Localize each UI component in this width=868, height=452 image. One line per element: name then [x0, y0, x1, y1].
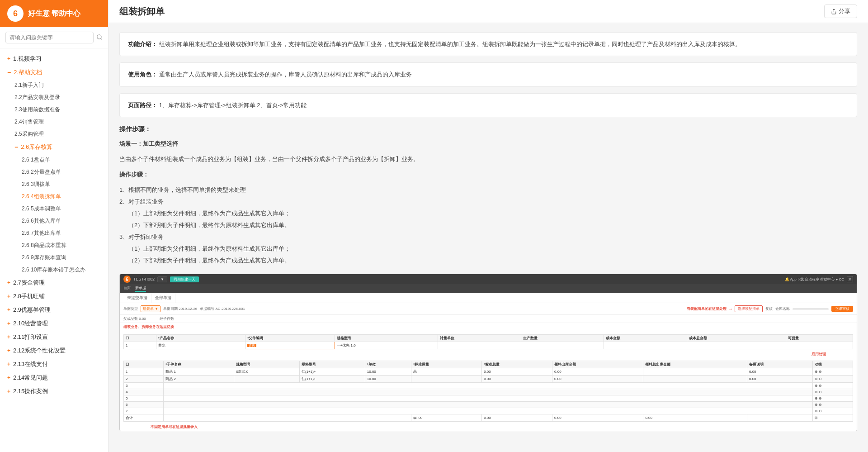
ltd6-empty [164, 402, 812, 408]
ltd-reqq: 品 [411, 368, 482, 376]
th-cost: 成本金额 [604, 335, 687, 342]
lower-row-4: 4 ⊕ ⊖ [124, 389, 853, 395]
sidebar-item-262[interactable]: 2.6.2分量盘点单 [0, 166, 108, 178]
collapse-icon-inventory: − [14, 143, 18, 151]
search-input[interactable] [5, 32, 94, 43]
sidebar-header: 6 好生意 帮助中心 [0, 0, 108, 27]
sidebar-item-finance[interactable]: + 2.7资金管理 [0, 276, 108, 290]
sidebar-item-inventory[interactable]: − 2.6库存核算 [0, 140, 108, 154]
expand-icon-mobile: + [7, 293, 10, 300]
ltd-cost: 0.00 [552, 368, 643, 376]
sidebar-item-label: 2.11打印设置 [13, 333, 48, 341]
main-panel: 组装拆卸单 分享 功能介绍： 组装拆卸单用来处理企业组装或拆卸等加工业务，支持有… [108, 0, 868, 452]
td-unit [438, 342, 521, 349]
sidebar-item-payment[interactable]: + 2.13在线支付 [0, 357, 108, 371]
sidebar-item-coupon[interactable]: + 2.9优惠券管理 [0, 303, 108, 317]
td-qty [521, 342, 604, 349]
sidebar-item-265[interactable]: 2.6.5成本调整单 [0, 203, 108, 215]
sidebar-item-268[interactable]: 2.6.8商品成本重算 [0, 239, 108, 252]
ltd2-remark: 0.00 [747, 376, 812, 383]
th-spec: 规格型号 [335, 335, 438, 342]
mock-teal-btn: 同期新建一天 [170, 276, 199, 282]
mock-lower-table-container: ☐ *子件名称 规格型号 规格型号 *单位 *标准用量 *标准总量 领料出库金额… [120, 357, 857, 423]
sidebar-item-helpdoc[interactable]: − 2.帮助文档 [0, 66, 108, 79]
expand-icon-business: + [7, 320, 10, 327]
sidebar-item-label: 2.12系统个性化设置 [13, 347, 66, 355]
ltd4-op: ⊕ ⊖ [812, 389, 853, 395]
mock-nav-active: 新单据 [135, 285, 146, 292]
sidebar-item-label: 2.7资金管理 [13, 279, 45, 287]
lft-label: 合计 [124, 414, 164, 422]
sidebar-item-video[interactable]: + 1.视频学习 [0, 52, 108, 66]
feature-intro-block: 功能介绍： 组装拆卸单用来处理企业组装或拆卸等加工业务，支持有固定装配清单的产品… [119, 32, 857, 56]
ltd-remark: 0.00 [747, 368, 812, 376]
sidebar-item-print[interactable]: + 2.11打印设置 [0, 330, 108, 344]
step3-2: （2）下部明细为子件明细，最终作为产成品生成其它入库单。 [119, 255, 857, 266]
step3-1: （1）上部明细为父件明细，最终作为原材料生成其它出库单； [119, 243, 857, 255]
ltd-scode: 0款式 0 [234, 368, 300, 376]
ltd2-scode [234, 376, 300, 383]
sidebar-item-mobile[interactable]: + 2.8手机旺铺 [0, 290, 108, 303]
sidebar-item-267[interactable]: 2.6.7其他出库单 [0, 227, 108, 239]
mock-upper-table: ☐ *产品名称 *父件编码 规格型号 计量单位 生产数量 成本金额 成本总金额 … [123, 334, 853, 349]
ltd2-name: 商品 2 [164, 376, 234, 383]
sidebar-item-label: 2.6库存核算 [21, 143, 52, 151]
mock-close-btn[interactable]: ✕ [847, 276, 853, 282]
expand-icon-personalize: + [7, 347, 10, 354]
ltd7-num: 7 [124, 408, 164, 414]
lft-qty: $8.00 [411, 414, 482, 422]
ltd2-actq: 0.00 [482, 376, 552, 383]
step2: 2、对于组装业务 （1）上部明细为父件明细，最终作为产成品生成其它入库单； （2… [119, 196, 857, 231]
expand-icon-faq: + [7, 375, 10, 381]
ltd2-op: ⊕ ⊖ [812, 376, 853, 383]
search-box [0, 27, 108, 48]
lft-total: 0.00 [643, 414, 747, 422]
annotation-4-bulk: 不固定清单可在这里批量录入 [151, 424, 198, 429]
topbar: 组装拆卸单 分享 [108, 0, 868, 23]
td-num: 1 [124, 342, 156, 349]
lth-reqqty: *标准用量 [411, 361, 482, 368]
sidebar-item-sales[interactable]: 2.4销售管理 [0, 116, 108, 128]
sidebar-item-faq[interactable]: + 2.14常见问题 [0, 371, 108, 385]
sidebar-item-prepare[interactable]: 2.3使用前数据准备 [0, 104, 108, 116]
annotation-bulk-row: 不固定清单可在这里批量录入 [120, 423, 857, 431]
ltd4-empty [164, 389, 812, 395]
sidebar-item-261[interactable]: 2.6.1盘点单 [0, 154, 108, 166]
sidebar-item-263[interactable]: 2.6.3调拨单 [0, 178, 108, 190]
sidebar-item-personalize[interactable]: + 2.12系统个性化设置 [0, 344, 108, 357]
mock-input-highlight: 请选 [247, 344, 256, 347]
sidebar-item-266[interactable]: 2.6.6其他入库单 [0, 215, 108, 227]
sidebar-item-purchase[interactable]: 2.5采购管理 [0, 128, 108, 140]
lth-total: 领料总出库金额 [643, 361, 747, 368]
scene1-desc: 当由多个子件材料组装成一个成品的业务为【组装】业务，当由一个父件拆分成多个子产品… [119, 153, 857, 165]
sidebar-item-business[interactable]: + 2.10经营管理 [0, 317, 108, 330]
sidebar-item-beginner[interactable]: 2.1新手入门 [0, 79, 108, 91]
search-button[interactable] [96, 34, 103, 42]
ltd2-cost: 0.00 [552, 376, 643, 383]
ltd6-op: ⊕ ⊖ [812, 402, 853, 408]
sidebar-item-264[interactable]: 2.6.4组装拆卸单 [0, 190, 108, 203]
lth-spec: 规格型号 [299, 361, 365, 368]
mock-logo: 6 [123, 276, 131, 283]
sidebar-item-2610[interactable]: 2.6.10库存账本错了怎么办 [0, 264, 108, 276]
sidebar-item-cases[interactable]: + 2.15操作案例 [0, 385, 108, 398]
lth-cost: 领料出库金额 [552, 361, 643, 368]
th-name: *产品名称 [156, 335, 245, 342]
sidebar-item-install[interactable]: 2.2产品安装及登录 [0, 91, 108, 104]
th-checkbox: ☐ [124, 335, 156, 342]
share-button[interactable]: 分享 [824, 5, 857, 18]
step2-2: （2）下部明细为子件明细，最终作为原材料生成其它出库单。 [119, 219, 857, 231]
sidebar-item-269[interactable]: 2.6.9库存账本查询 [0, 252, 108, 264]
mock-type-select: 组装单 ▼ [141, 305, 160, 312]
use-role-block: 使用角色： 通常由生产人员或库管人员完成拆装业务的操作，库管人员确认原材料的出库… [119, 62, 857, 86]
ltd-num: 1 [124, 368, 164, 376]
mock-total-label: 父成品数 0.00 [123, 316, 146, 321]
th-available: 可提量 [786, 335, 853, 342]
annotation-2: 组装业务、拆卸业务在这里切换 [123, 324, 174, 329]
ltd2-unit: 10.00 [365, 376, 411, 383]
share-label: 分享 [839, 7, 850, 15]
lft-op: ⊞ [812, 414, 853, 422]
sidebar-item-label: 2.9优惠券管理 [13, 306, 51, 314]
mock-upper-table-container: ☐ *产品名称 *父件编码 规格型号 计量单位 生产数量 成本金额 成本总金额 … [120, 331, 857, 351]
td-highlight: 请选 [245, 342, 335, 349]
